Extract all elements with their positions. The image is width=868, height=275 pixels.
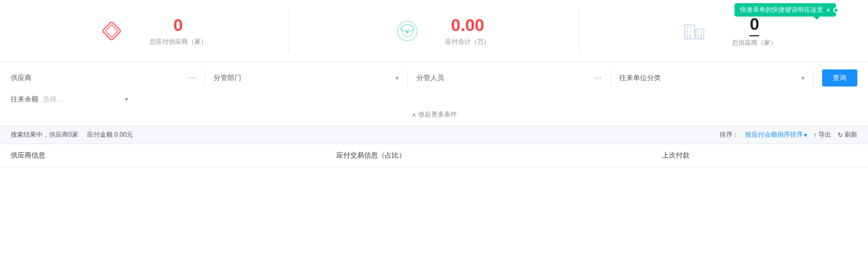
export-label: 导出	[818, 130, 831, 139]
person-dots[interactable]: ···	[595, 73, 602, 83]
query-button[interactable]: 查询	[822, 69, 857, 87]
tooltip-text: 快速录单的快捷键说明在这里	[740, 5, 823, 14]
total-suppliers-value: 0	[749, 14, 759, 36]
total-payable-value: 0	[173, 15, 183, 35]
total-suppliers-label: 总供应商（家）	[732, 38, 777, 48]
total-payable-label: 总应付供应商（家）	[149, 37, 207, 46]
sort-label: 排序：	[720, 130, 739, 139]
sort-value-text: 按应付会额倒序排序	[745, 130, 803, 139]
svg-text:¥: ¥	[406, 28, 409, 35]
payable-total-value: 0.00	[451, 15, 484, 35]
collapse-icon: ∧	[412, 111, 416, 119]
collapse-label: 收起更多条件	[419, 110, 457, 119]
unit-class-select[interactable]: ▾	[665, 74, 804, 82]
svg-rect-8	[690, 27, 692, 29]
balance-label: 往来余额	[11, 95, 38, 104]
department-filter: 分管部门 ▾	[205, 69, 408, 87]
sort-chevron: ▾	[804, 131, 807, 139]
supplier-label: 供应商	[11, 73, 31, 83]
person-label: 分管人员	[416, 73, 444, 83]
stat-payable-total: ¥ 0.00 应付合计（万）	[289, 9, 579, 53]
supplier-input[interactable]	[36, 74, 187, 82]
result-bar: 搜索结果中，供应商0家 应付金额 0.00元 排序： 按应付会额倒序排序 ▾ ↑…	[0, 126, 868, 144]
svg-rect-14	[700, 31, 702, 33]
filter-row-1: 供应商 ··· 分管部门 ▾ 分管人员 ··· 往来单位分类 ▾ 查询	[11, 69, 857, 87]
logo-area	[82, 18, 141, 44]
table-body	[0, 167, 868, 275]
refresh-label: 刷新	[845, 130, 857, 139]
department-chevron: ▾	[396, 74, 399, 82]
balance-chevron: ▾	[125, 96, 128, 103]
table-col-supplier: 供应商信息	[11, 151, 336, 160]
refresh-icon: ↻	[838, 131, 843, 139]
filter-bar: 供应商 ··· 分管部门 ▾ 分管人员 ··· 往来单位分类 ▾ 查询	[0, 62, 868, 126]
unit-class-chevron: ▾	[801, 74, 804, 82]
export-icon: ↑	[814, 131, 817, 139]
refresh-btn[interactable]: ↻ 刷新	[838, 130, 857, 139]
coin-area: ¥	[378, 18, 437, 44]
stat-total-payable-suppliers: 0 总应付供应商（家）	[0, 9, 289, 53]
department-select[interactable]: ▾	[246, 74, 399, 82]
stat-total-suppliers: 快速录单的快捷键说明在这里 ×	[579, 9, 868, 53]
tooltip-dot	[833, 7, 839, 13]
result-actions: 排序： 按应付会额倒序排序 ▾ ↑ 导出 ↻ 刷新	[720, 130, 857, 139]
svg-rect-0	[102, 21, 121, 40]
unit-class-filter: 往来单位分类 ▾	[611, 69, 814, 87]
collapse-row: ∧ 收起更多条件	[11, 107, 857, 120]
payable-total-label: 应付合计（万）	[445, 37, 490, 46]
department-label: 分管部门	[214, 73, 241, 83]
supplier-dots[interactable]: ···	[189, 73, 196, 83]
supplier-filter: 供应商 ···	[11, 69, 205, 87]
svg-rect-7	[686, 27, 689, 29]
svg-rect-9	[686, 30, 689, 33]
svg-rect-12	[690, 34, 692, 39]
collapse-btn[interactable]: ∧ 收起更多条件	[412, 110, 457, 119]
stats-bar: 0 总应付供应商（家） ¥ 0.00 应付合计（万） 快速录单的快捷	[0, 0, 868, 62]
result-amount: 应付金额 0.00元	[87, 130, 133, 139]
unit-class-label: 往来单位分类	[619, 73, 661, 83]
balance-placeholder: 选择...	[43, 95, 125, 104]
person-filter: 分管人员 ···	[408, 69, 611, 87]
result-text: 搜索结果中，供应商0家	[11, 130, 78, 139]
balance-filter: 往来余额 选择... ▾	[11, 92, 128, 107]
balance-select[interactable]: 选择... ▾	[43, 95, 128, 104]
sort-select[interactable]: 按应付会额倒序排序 ▾	[745, 130, 807, 139]
table-header: 供应商信息 应付交易信息（占比） 上次付款	[0, 144, 868, 167]
svg-rect-11	[686, 34, 689, 39]
filter-row-2: 往来余额 选择... ▾	[11, 92, 857, 107]
person-input[interactable]	[448, 74, 593, 82]
svg-rect-6	[696, 29, 704, 39]
export-btn[interactable]: ↑ 导出	[814, 130, 831, 139]
table-col-last-payment: 上次付款	[662, 151, 857, 160]
building-area	[670, 20, 723, 42]
svg-rect-13	[698, 31, 699, 33]
svg-rect-15	[698, 34, 699, 39]
table-col-payable: 应付交易信息（占比）	[336, 151, 662, 160]
svg-rect-16	[700, 34, 702, 39]
tooltip-badge[interactable]: 快速录单的快捷键说明在这里 ×	[735, 3, 836, 17]
svg-rect-10	[690, 30, 692, 33]
tooltip-close-btn[interactable]: ×	[826, 6, 831, 14]
